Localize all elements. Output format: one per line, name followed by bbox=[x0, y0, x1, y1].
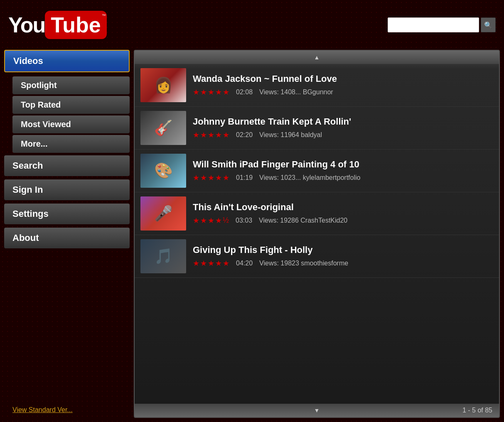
star-5: ★ bbox=[223, 173, 229, 182]
star-1: ★ bbox=[193, 216, 199, 225]
thumbnail-image: 🎨 bbox=[154, 162, 173, 179]
video-title: Johnny Burnette Train Kept A Rollin' bbox=[193, 116, 493, 127]
sidebar-videos-label: Videos bbox=[13, 56, 43, 66]
video-meta: ★ ★ ★ ★ ★ 01:19 Views: 1023... kylelambe… bbox=[193, 173, 493, 182]
video-info: This Ain't Love-original ★ ★ ★ ★ ½ 03:03… bbox=[193, 202, 493, 225]
video-thumbnail: 👩 bbox=[140, 68, 186, 102]
star-3: ★ bbox=[208, 173, 214, 182]
sidebar-item-search[interactable]: Search bbox=[4, 155, 130, 176]
sidebar-settings-label: Settings bbox=[12, 209, 49, 219]
sidebar-item-more[interactable]: More... bbox=[12, 135, 130, 153]
scroll-down-button[interactable]: 1 - 5 of 85 bbox=[135, 404, 499, 417]
header: You Tube ™ 🔍 bbox=[0, 0, 504, 50]
sidebar-item-settings[interactable]: Settings bbox=[4, 204, 130, 224]
video-info: Wanda Jackson ~ Funnel of Love ★ ★ ★ ★ ★… bbox=[193, 74, 493, 97]
star-rating: ★ ★ ★ ★ ★ bbox=[193, 259, 229, 268]
video-views-user: Views: 11964 baldyal bbox=[259, 131, 322, 139]
video-duration: 02:08 bbox=[236, 88, 253, 96]
star-2: ★ bbox=[200, 130, 207, 140]
video-title: This Ain't Love-original bbox=[193, 202, 493, 213]
search-input[interactable] bbox=[388, 17, 479, 32]
video-meta: ★ ★ ★ ★ ★ 02:08 Views: 1408... BGgunnor bbox=[193, 88, 493, 97]
logo-tube-text: Tube bbox=[51, 13, 101, 37]
star-2: ★ bbox=[200, 88, 207, 97]
video-thumbnail: 🎸 bbox=[140, 111, 186, 145]
scroll-up-button[interactable] bbox=[135, 51, 499, 64]
star-1: ★ bbox=[193, 130, 199, 140]
star-5: ★ bbox=[223, 259, 229, 268]
list-item[interactable]: 🎵 Giving Up This Fight - Holly ★ ★ ★ ★ ★… bbox=[135, 235, 499, 278]
video-meta: ★ ★ ★ ★ ★ 04:20 Views: 19823 smoothiesfo… bbox=[193, 259, 493, 268]
video-meta: ★ ★ ★ ★ ½ 03:03 Views: 19286 CrashTestKi… bbox=[193, 216, 493, 225]
video-views-user: Views: 1023... kylelambertportfolio bbox=[259, 174, 360, 182]
logo-tm: ™ bbox=[102, 13, 106, 18]
list-item[interactable]: 👩 Wanda Jackson ~ Funnel of Love ★ ★ ★ ★… bbox=[135, 64, 499, 107]
thumbnail-image: 🎤 bbox=[154, 205, 173, 222]
sidebar-item-top-rated[interactable]: Top Rated bbox=[12, 96, 130, 114]
view-standard-link[interactable]: View Standard Ver... bbox=[4, 402, 130, 418]
video-meta: ★ ★ ★ ★ ★ 02:20 Views: 11964 baldyal bbox=[193, 130, 493, 140]
video-info: Giving Up This Fight - Holly ★ ★ ★ ★ ★ 0… bbox=[193, 245, 493, 268]
star-4: ★ bbox=[215, 88, 222, 97]
video-views-user: Views: 19823 smoothiesforme bbox=[259, 260, 348, 267]
sidebar-sign-in-label: Sign In bbox=[12, 184, 43, 195]
star-4: ★ bbox=[215, 130, 222, 140]
sidebar-item-about[interactable]: About bbox=[4, 228, 130, 248]
star-1: ★ bbox=[193, 88, 199, 97]
star-2: ★ bbox=[200, 216, 207, 225]
star-3: ★ bbox=[208, 259, 214, 268]
logo-you-text: You bbox=[8, 12, 45, 37]
video-title: Will Smith iPad Finger Painting 4 of 10 bbox=[193, 159, 493, 170]
sidebar-more-label: More... bbox=[21, 139, 47, 148]
main-layout: Videos Spotlight Top Rated Most Viewed M… bbox=[0, 50, 504, 422]
pagination-label: 1 - 5 of 85 bbox=[462, 407, 492, 414]
star-rating: ★ ★ ★ ★ ½ bbox=[193, 216, 229, 225]
star-1: ★ bbox=[193, 259, 199, 268]
star-3: ★ bbox=[208, 216, 214, 225]
star-rating: ★ ★ ★ ★ ★ bbox=[193, 88, 229, 97]
list-item[interactable]: 🎤 This Ain't Love-original ★ ★ ★ ★ ½ 03:… bbox=[135, 192, 499, 235]
search-button[interactable]: 🔍 bbox=[481, 17, 496, 32]
sidebar-item-most-viewed[interactable]: Most Viewed bbox=[12, 115, 130, 133]
video-duration: 02:20 bbox=[236, 131, 253, 139]
sidebar-item-spotlight[interactable]: Spotlight bbox=[12, 76, 130, 94]
sidebar-item-sign-in[interactable]: Sign In bbox=[4, 179, 130, 200]
star-rating: ★ ★ ★ ★ ★ bbox=[193, 130, 229, 140]
video-info: Johnny Burnette Train Kept A Rollin' ★ ★… bbox=[193, 116, 493, 140]
sidebar-top-rated-label: Top Rated bbox=[21, 100, 61, 109]
star-4: ★ bbox=[215, 216, 222, 225]
star-5: ★ bbox=[223, 130, 229, 140]
video-duration: 04:20 bbox=[236, 260, 253, 267]
star-3: ★ bbox=[208, 88, 214, 97]
sidebar-search-label: Search bbox=[12, 160, 43, 171]
video-duration: 03:03 bbox=[236, 217, 252, 224]
list-item[interactable]: 🎸 Johnny Burnette Train Kept A Rollin' ★… bbox=[135, 107, 499, 150]
star-rating: ★ ★ ★ ★ ★ bbox=[193, 173, 229, 182]
thumbnail-image: 👩 bbox=[154, 76, 173, 94]
sidebar-about-label: About bbox=[12, 233, 39, 243]
video-list: 👩 Wanda Jackson ~ Funnel of Love ★ ★ ★ ★… bbox=[135, 64, 499, 404]
sidebar: Videos Spotlight Top Rated Most Viewed M… bbox=[0, 50, 134, 422]
sidebar-item-videos[interactable]: Videos bbox=[4, 50, 130, 72]
video-thumbnail: 🎨 bbox=[140, 154, 186, 188]
view-standard-anchor[interactable]: View Standard Ver... bbox=[12, 406, 73, 413]
star-3: ★ bbox=[208, 130, 214, 140]
logo-tube-container: Tube ™ bbox=[45, 11, 106, 39]
star-4: ★ bbox=[215, 173, 222, 182]
star-4: ★ bbox=[215, 259, 222, 268]
star-1: ★ bbox=[193, 173, 199, 182]
video-views-user: Views: 1408... BGgunnor bbox=[259, 88, 333, 96]
list-item[interactable]: 🎨 Will Smith iPad Finger Painting 4 of 1… bbox=[135, 150, 499, 192]
sidebar-spotlight-label: Spotlight bbox=[21, 81, 57, 90]
star-2: ★ bbox=[200, 259, 207, 268]
video-thumbnail: 🎤 bbox=[140, 196, 186, 231]
video-info: Will Smith iPad Finger Painting 4 of 10 … bbox=[193, 159, 493, 182]
search-bar: 🔍 bbox=[388, 17, 496, 32]
sidebar-most-viewed-label: Most Viewed bbox=[21, 120, 71, 129]
video-duration: 01:19 bbox=[236, 174, 253, 182]
star-5: ★ bbox=[223, 88, 229, 97]
logo: You Tube ™ bbox=[8, 11, 107, 39]
thumbnail-image: 🎵 bbox=[154, 248, 173, 265]
video-thumbnail: 🎵 bbox=[140, 239, 186, 273]
video-title: Wanda Jackson ~ Funnel of Love bbox=[193, 74, 493, 84]
